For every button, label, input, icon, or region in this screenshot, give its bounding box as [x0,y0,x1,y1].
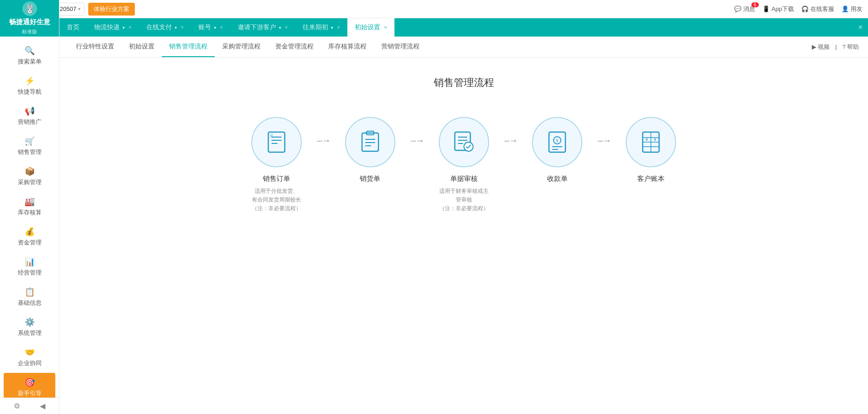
sidebar-logo: 🐰 畅捷通好生意 标准版 [0,0,59,37]
nav-tab-payment[interactable]: 在线支付 ▾ × [139,18,191,37]
nav-tab-period-init[interactable]: 往来期初 ▾ × [295,18,347,37]
sidebar-item-inventory[interactable]: 🏭 库存核算 [4,192,55,221]
online-service-label: 在线客服 [810,5,834,13]
flow-step-sales-order[interactable]: 销售订单 适用于分批发货、有合同发货周期较长（注：非必要流程） [240,117,313,213]
user-name-label: 用友 [851,5,863,13]
flow-step-doc-audit[interactable]: 单据审核 适用于财务审核或主管审核（注：非必要流程） [427,117,501,213]
help-icon: ? [842,43,846,50]
close-icon[interactable]: × [337,24,340,31]
video-label: 视频 [818,43,830,51]
sidebar-item-enterprise-collab[interactable]: 🤝 企业协同 [4,343,55,372]
sidebar-item-finance-mgmt[interactable]: 💰 资金管理 [4,222,55,251]
svg-text:¥: ¥ [645,137,648,142]
nav-tab-home[interactable]: 首页 [59,18,87,37]
message-item[interactable]: 💬 消息 6 [734,5,755,13]
nav-tab-init-settings-label: 初始设置 [355,23,380,32]
app-download-label: App下载 [772,5,794,13]
sidebar-item-label: 销售管理 [18,148,42,156]
sidebar-item-label: 快捷导航 [18,88,42,96]
sub-tab-label: 库存核算流程 [328,42,367,51]
sidebar-item-ops-mgmt[interactable]: 📊 经营管理 [4,252,55,281]
svg-rect-4 [270,134,273,138]
sub-tabs: 行业特性设置 初始设置 销售管理流程 采购管理流程 资金管理流程 库存核算流程 … [59,37,868,58]
sub-tab-ops-flow[interactable]: 营销管理流程 [374,37,427,57]
chevron-down-icon: ▾ [279,25,281,30]
sidebar-item-base-info[interactable]: 📋 基础信息 [4,282,55,312]
sub-tab-industry-settings[interactable]: 行业特性设置 [69,37,122,57]
video-link[interactable]: ▶ 视频 [812,43,830,51]
nav-tab-period-init-label: 往来期初 [303,23,328,32]
ops-mgmt-icon: 📊 [25,257,35,267]
sidebar-item-label: 经营管理 [18,269,42,277]
trial-button[interactable]: 体验行业方案 [88,3,135,16]
sidebar: 🐰 畅捷通好生意 标准版 🔍 搜索菜单 ⚡ 快捷导航 📢 营销推广 🛒 销售管理… [0,0,59,414]
user-avatar-item[interactable]: 👤 用友 [841,5,863,13]
nav-tab-account[interactable]: 账号 ▾ × [191,18,230,37]
sub-tabs-left: 行业特性设置 初始设置 销售管理流程 采购管理流程 资金管理流程 库存核算流程 … [69,37,427,57]
nav-tab-account-label: 账号 [198,23,211,32]
close-icon[interactable]: × [285,24,288,31]
nav-tab-logistics[interactable]: 物流快递 ▾ × [87,18,139,37]
nav-tab-invite[interactable]: 邀请下游客户 ▾ × [230,18,295,37]
sales-mgmt-icon: 🛒 [25,136,35,146]
sidebar-item-label: 采购管理 [18,178,42,186]
sidebar-item-marketing-promo[interactable]: 📢 营销推广 [4,101,55,131]
flow-step-sales-delivery[interactable]: 销货单 [334,117,407,187]
sub-tab-label: 行业特性设置 [76,42,114,51]
sub-tab-sales-flow[interactable]: 销售管理流程 [162,37,215,57]
inventory-icon: 🏭 [25,196,35,207]
flow-arrow-1: ···→ [313,135,334,146]
sales-order-icon [265,130,288,154]
flow-step-receipt[interactable]: ¥ 收款单 [521,117,594,187]
sub-tab-label: 资金管理流程 [275,42,314,51]
logo-title: 畅捷通好生意 [9,18,50,27]
sidebar-item-sys-mgmt[interactable]: ⚙️ 系统管理 [4,313,55,342]
purchase-mgmt-icon: 📦 [25,166,35,176]
settings-footer-btn[interactable]: ⚙ [14,402,20,410]
step-name-receipt: 收款单 [547,175,568,183]
flow-circle-sales-delivery [345,117,395,167]
sub-tab-label: 销售管理流程 [169,42,208,51]
flow-arrow-2: ···→ [407,135,427,146]
step-name-sales-order: 销售订单 [263,175,290,183]
sidebar-items: 🔍 搜索菜单 ⚡ 快捷导航 📢 营销推广 🛒 销售管理 📦 采购管理 🏭 库存核… [0,37,59,398]
logo-icon: 🐰 [22,1,37,16]
sidebar-item-purchase-mgmt[interactable]: 📦 采购管理 [4,162,55,191]
nav-tab-init-settings[interactable]: 初始设置 × [347,18,394,37]
chevron-down-icon: ▾ [122,25,125,30]
sidebar-item-sales-mgmt[interactable]: 🛒 销售管理 [4,132,55,161]
sidebar-item-label: 资金管理 [18,239,42,247]
close-icon[interactable]: × [220,24,223,31]
flow-circle-customer-ledger: ¥ ¥ [626,117,676,167]
app-download-item[interactable]: 📱 App下载 [762,5,794,13]
step-desc-doc-audit: 适用于财务审核或主管审核（注：非必要流程） [439,187,489,213]
search-menu-icon: 🔍 [25,46,35,56]
sub-tab-label: 营销管理流程 [381,42,420,51]
sub-tab-purchase-flow[interactable]: 采购管理流程 [215,37,268,57]
online-service-item[interactable]: 🎧 在线客服 [801,5,834,13]
close-icon[interactable]: × [128,24,132,31]
close-all-tabs-btn[interactable]: × [853,23,868,32]
receipt-icon: ¥ [545,130,569,154]
chevron-down-icon: ▾ [78,6,80,11]
flow-circle-sales-order [251,117,302,167]
sub-tab-inventory-flow[interactable]: 库存核算流程 [321,37,374,57]
help-link[interactable]: ? 帮助 [842,43,859,51]
sidebar-item-newbie-guide[interactable]: 🎯 新手引导 [4,373,55,398]
help-label: 帮助 [847,43,859,51]
top-header: 用户690企业1660120507 ▾ 体验行业方案 💬 消息 6 📱 App下… [0,0,868,18]
sidebar-item-label: 企业协同 [18,359,42,367]
collapse-btn[interactable]: ◀ [40,402,45,410]
finance-mgmt-icon: 💰 [25,227,35,237]
sidebar-item-label: 系统管理 [18,329,42,337]
sidebar-item-quick-nav[interactable]: ⚡ 快捷导航 [4,71,55,101]
svg-text:¥: ¥ [653,137,656,142]
sub-tab-init-settings[interactable]: 初始设置 [122,37,162,57]
flow-step-customer-ledger[interactable]: ¥ ¥ 客户账本 [614,117,687,187]
close-icon[interactable]: × [384,24,387,31]
sub-tab-finance-flow[interactable]: 资金管理流程 [268,37,321,57]
sub-tab-label: 采购管理流程 [222,42,261,51]
avatar-icon: 👤 [841,5,849,12]
close-icon[interactable]: × [181,24,184,31]
sidebar-item-search-menu[interactable]: 🔍 搜索菜单 [4,41,55,70]
